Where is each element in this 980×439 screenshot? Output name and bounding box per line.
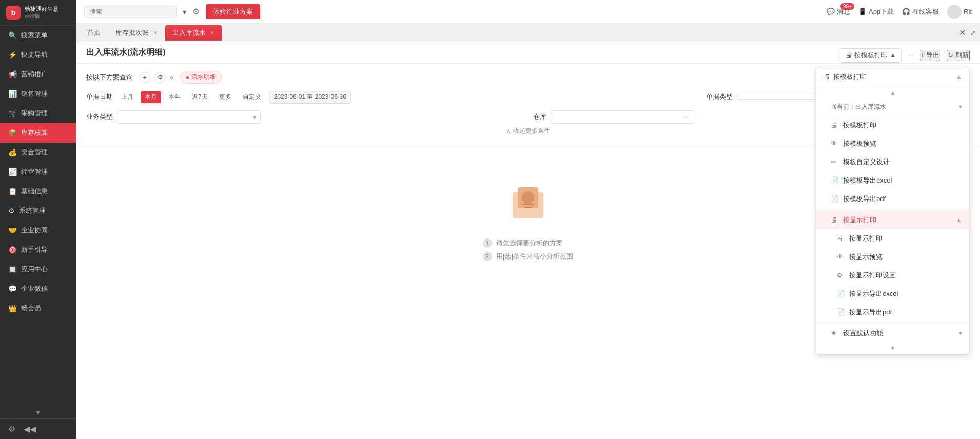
settings-icon[interactable]: ⚙ <box>8 424 15 434</box>
tab-batch-close[interactable]: × <box>154 29 158 36</box>
dropdown-scroll-up[interactable]: ▲ <box>816 87 969 98</box>
messages-btn[interactable]: 💬 消息 99+ <box>827 7 850 16</box>
chevron-up-icon: ∧ <box>506 128 511 135</box>
dropdown-chevron-up[interactable]: ▲ <box>956 73 962 81</box>
business-type-select-wrapper <box>117 110 261 124</box>
doc-type-label: 单据类型 <box>706 92 733 102</box>
sidebar-item-marketing[interactable]: 📢 营销推广 <box>0 65 76 84</box>
dropdown-item-template-pdf[interactable]: 📄 按模板导出pdf <box>816 190 969 208</box>
enterprise-icon: 🤝 <box>8 226 17 234</box>
sidebar-scroll-down[interactable]: ▼ <box>0 407 76 418</box>
print-template-btn[interactable]: 🖨 按模板打印 ▲ <box>840 48 902 63</box>
tabs-expand-icon[interactable]: ⤢ <box>970 29 976 37</box>
filter-setting-btn[interactable]: ⚙ <box>154 72 166 83</box>
dropdown-item-display-settings[interactable]: ⚙ 按显示打印设置 <box>816 266 969 285</box>
date-this-year[interactable]: 本年 <box>164 91 185 103</box>
svg-point-2 <box>522 191 534 204</box>
topbar-gear-icon[interactable]: ⚙ <box>192 7 200 16</box>
dropdown-item-display-excel[interactable]: 📄 按显示导出excel <box>816 285 969 303</box>
svg-rect-4 <box>524 207 532 208</box>
online-service-btn[interactable]: 🎧 在线客服 <box>902 7 939 16</box>
headset-icon: 🎧 <box>902 8 910 15</box>
sidebar-item-search-menu[interactable]: 🔍 搜索菜单 <box>0 26 76 45</box>
industry-btn[interactable]: 体验行业方案 <box>206 4 260 19</box>
tab-flow-close[interactable]: × <box>210 29 214 36</box>
dropdown-item-template-print[interactable]: 🖨 按模板打印 <box>816 116 969 134</box>
date-more[interactable]: 更多 <box>215 91 236 103</box>
dropdown-template-excel-icon: 📄 <box>831 176 839 184</box>
page-actions: 🖨 按模板打印 ▲ ··· ↑ 导出 ↻ 刷新 <box>840 48 970 63</box>
date-custom[interactable]: 自定义 <box>239 91 265 103</box>
empty-step-1: 1 请先选择要分析的方案 <box>483 238 573 248</box>
vip-icon: 👑 <box>8 304 17 312</box>
sidebar-item-system[interactable]: ⚙ 系统管理 <box>0 201 76 221</box>
tab-batch[interactable]: 库存批次账 × <box>108 25 165 41</box>
sidebar-item-app-center[interactable]: 🔲 应用中心 <box>0 260 76 279</box>
dropdown-item-set-default[interactable]: ★ 设置默认功能 ▾ <box>816 324 969 343</box>
filter-type-tag[interactable]: ● 流水明细 <box>180 71 222 84</box>
sidebar-item-purchase[interactable]: 🛒 采购管理 <box>0 104 76 123</box>
empty-step-2: 2 用[选]条件来缩小分析范围 <box>483 252 573 261</box>
tab-flow[interactable]: 出入库流水 × <box>165 25 222 41</box>
page-actions-wrapper: 🖨 按模板打印 ▲ ··· ↑ 导出 ↻ 刷新 <box>840 48 970 63</box>
filter-tag-icon: ● <box>186 74 189 81</box>
filter-collapse-btn[interactable]: « <box>170 73 174 82</box>
date-range-display[interactable]: 2023-06-01 至 2023-06-30 <box>269 91 351 104</box>
dropdown-divider-1 <box>816 209 969 210</box>
sidebar-logo: b 畅捷通好生意 标准版 <box>0 0 76 26</box>
finance-icon: 💰 <box>8 148 17 156</box>
operation-icon: 📈 <box>8 168 17 176</box>
user-avatar[interactable]: Rit <box>947 5 972 19</box>
sidebar-item-inventory[interactable]: 📦 库存核算 <box>0 123 76 143</box>
collapse-icon[interactable]: ◀◀ <box>24 424 36 434</box>
topbar-dropdown-icon[interactable]: ▾ <box>183 8 186 16</box>
date-last-month[interactable]: 上月 <box>117 91 138 103</box>
filter-add-btn[interactable]: + <box>139 72 150 83</box>
page-header: 出入库流水(流水明细) 🖨 按模板打印 ▲ ··· ↑ 导出 ↻ 刷 <box>76 42 980 64</box>
filter-tag-label: 流水明细 <box>191 73 216 82</box>
sidebar-item-quick-nav[interactable]: ⚡ 快捷导航 <box>0 45 76 65</box>
date-this-month[interactable]: 本月 <box>141 91 161 103</box>
business-type-select[interactable] <box>117 110 261 124</box>
dropdown-display-print-icon: 🖨 <box>837 234 845 242</box>
sidebar-item-vip[interactable]: 👑 畅会员 <box>0 298 76 318</box>
filter-col-date: 单据日期 上月 本月 本年 近7天 更多 自定义 2023-06-01 至 20… <box>86 91 696 104</box>
tab-home[interactable]: 首页 <box>80 25 108 41</box>
dropdown-item-template-preview[interactable]: 👁 按模板预览 <box>816 134 969 153</box>
sidebar-item-operation[interactable]: 📈 经营管理 <box>0 162 76 182</box>
date-last-7[interactable]: 近7天 <box>188 91 212 103</box>
app-download-btn[interactable]: 📱 App下载 <box>858 7 894 16</box>
sidebar-item-wechat[interactable]: 💬 企业微信 <box>0 279 76 298</box>
date-label: 单据日期 <box>86 92 113 102</box>
dropdown-scroll-down[interactable]: ▼ <box>816 343 969 354</box>
inventory-icon: 📦 <box>8 129 17 137</box>
tabs-close-all-icon[interactable]: ✕ <box>959 28 966 37</box>
sidebar-item-basic[interactable]: 📋 基础信息 <box>0 182 76 201</box>
topbar-search-input[interactable] <box>84 6 177 18</box>
dropdown-item-template-custom[interactable]: ✏ 模板自定义设计 <box>816 153 969 171</box>
dropdown-current-item: 🖨 当前：出入库流水 ▾ <box>816 98 969 116</box>
dropdown-item-display-pdf[interactable]: 📄 按显示导出pdf <box>816 303 969 322</box>
logo-sub: 标准版 <box>25 13 58 20</box>
refresh-btn[interactable]: ↻ 刷新 <box>947 50 970 61</box>
warehouse-more-icon[interactable]: ··· <box>683 113 689 121</box>
dropdown-current-label: 当前：出入库流水 <box>837 103 886 111</box>
warehouse-field[interactable]: ··· <box>551 110 694 124</box>
dropdown-template-preview-icon: 👁 <box>831 139 839 147</box>
dropdown-header: 🖨 按模板打印 ▲ <box>816 67 969 87</box>
dropdown-item-display-print[interactable]: 🖨 按显示打印 <box>816 229 969 248</box>
sidebar-item-enterprise[interactable]: 🤝 企业协同 <box>0 221 76 240</box>
username-label: Rit <box>964 8 972 15</box>
sidebar-item-sales[interactable]: 📊 销售管理 <box>0 84 76 104</box>
basic-icon: 📋 <box>8 187 17 195</box>
dropdown-item-template-excel[interactable]: 📄 按模板导出excel <box>816 171 969 190</box>
export-btn[interactable]: ↑ 导出 <box>920 50 941 61</box>
topbar: ▾ ⚙ 体验行业方案 💬 消息 99+ 📱 App下载 🎧 在线客服 Rit <box>76 0 980 24</box>
content-area: 出入库流水(流水明细) 🖨 按模板打印 ▲ ··· ↑ 导出 ↻ 刷 <box>76 42 980 439</box>
dropdown-panel: 🖨 按模板打印 ▲ ▲ 🖨 当前：出入库流水 ▾ 🖨 <box>816 67 970 354</box>
svg-rect-3 <box>522 204 534 205</box>
sidebar-item-guide[interactable]: 🎯 新手引导 <box>0 240 76 260</box>
sidebar-item-finance[interactable]: 💰 资金管理 <box>0 143 76 162</box>
dropdown-item-display-preview[interactable]: 👁 按显示预览 <box>816 248 969 266</box>
dropdown-item-display-print-parent[interactable]: 🖨 按显示打印 ▲ <box>816 211 969 229</box>
